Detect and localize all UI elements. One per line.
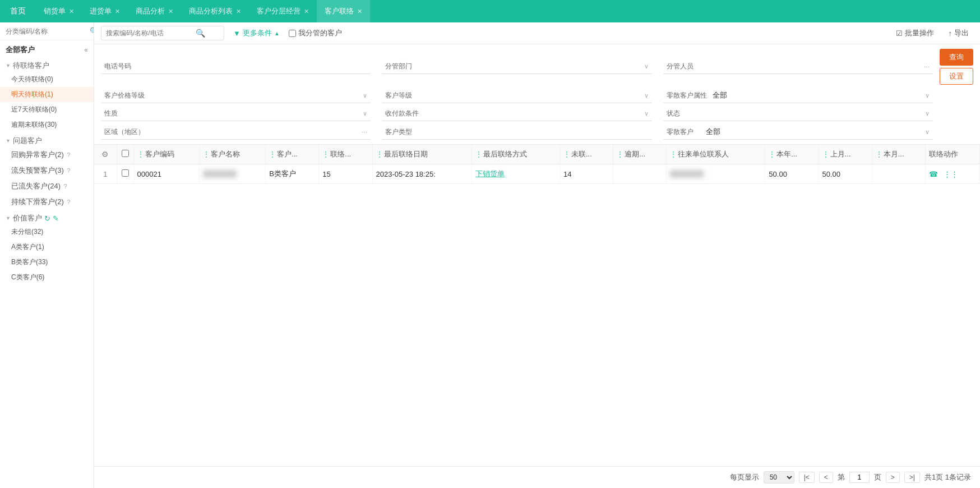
action-phone-icon[interactable]: ☎ (929, 170, 938, 178)
my-customers-checkbox[interactable] (289, 30, 296, 37)
action-more-icon[interactable]: ⋮⋮ (944, 170, 958, 178)
dropdown-arrow-icon[interactable]: ∨ (363, 92, 367, 99)
filter-price-level[interactable]: 客户价格等级 ∨ (101, 89, 371, 103)
sidebar-item-churned[interactable]: 已流失客户(24) ? (0, 178, 94, 194)
dropdown-arrow-icon[interactable]: ∨ (925, 110, 930, 117)
customer-table: ⚙ 客户编码 客户名称 客户... 联络... 最后联络日期 最后联络方式 未联… (94, 145, 980, 184)
dropdown-arrow-icon[interactable]: ∨ (644, 110, 649, 117)
ellipsis-icon[interactable]: ··· (362, 128, 367, 136)
close-tab-icon[interactable]: ✕ (357, 8, 362, 15)
sidebar-search-icon[interactable]: 🔍 (90, 27, 94, 35)
tab-customer-tier[interactable]: 客户分层经营 ✕ (249, 0, 317, 22)
arrow-icon: ▲ (274, 30, 280, 36)
page-input[interactable] (849, 472, 870, 483)
row-type: B类客户 (266, 164, 319, 184)
sidebar-search-input[interactable] (6, 27, 90, 35)
close-tab-icon[interactable]: ✕ (304, 8, 309, 15)
sidebar-item-overdue[interactable]: 逾期未联络(30) (0, 117, 94, 132)
page-size-select[interactable]: 50 100 (764, 471, 794, 484)
refresh-icon[interactable]: ↻ (44, 214, 50, 223)
next-page-button[interactable]: > (886, 472, 900, 483)
hint-icon: ? (67, 167, 70, 174)
query-button[interactable]: 查询 (940, 49, 973, 66)
col-name: 客户名称 (200, 145, 266, 164)
sidebar-group-pending[interactable]: 待联络客户 (0, 57, 94, 72)
sidebar-item-today[interactable]: 今天待联络(0) (0, 72, 94, 87)
tab-purchase-order[interactable]: 进货单 ✕ (82, 0, 128, 22)
filter-scatter-attr[interactable]: 零散客户属性 全部 ∨ (663, 88, 933, 103)
sidebar-item-churn-warning[interactable]: 流失预警客户(3) ? (0, 163, 94, 178)
close-tab-icon[interactable]: ✕ (236, 8, 241, 15)
row-name (200, 164, 266, 184)
main-layout: 🔍 全部客户 « 待联络客户 今天待联络(0) 明天待联络(1) 近7天待联络(… (0, 22, 980, 488)
filter-row-4: 区域（地区） ··· 客户类型 零散客户 全部 ∨ (101, 125, 973, 140)
settings-button[interactable]: 设置 (940, 68, 973, 85)
search-input[interactable] (106, 29, 196, 37)
search-button[interactable]: 🔍 (196, 29, 205, 38)
hint-icon: ? (63, 183, 67, 190)
top-nav: 首页 销货单 ✕ 进货单 ✕ 商品分析 ✕ 商品分析列表 ✕ 客户分层经营 ✕ … (0, 0, 980, 22)
row-checkbox[interactable] (117, 164, 133, 184)
filter-nature[interactable]: 性质 ∨ (101, 107, 371, 121)
filter-dept[interactable]: 分管部门 ∨ (382, 59, 651, 74)
collapse-icon[interactable]: « (84, 46, 88, 54)
select-all-checkbox[interactable] (122, 150, 129, 157)
filter-phone: 电话号码 (101, 59, 371, 74)
col-checkbox[interactable] (117, 145, 133, 164)
ellipsis-icon[interactable]: ··· (924, 63, 930, 71)
tab-sales-order[interactable]: 销货单 ✕ (36, 0, 82, 22)
last-page-button[interactable]: >| (904, 472, 920, 483)
row-select-checkbox[interactable] (122, 169, 129, 177)
export-button[interactable]: ↑ 导出 (944, 26, 974, 40)
table-footer: 每页显示 50 100 |< < 第 页 > >| 共1页 1条记录 (94, 466, 980, 488)
col-settings[interactable]: ⚙ (94, 145, 117, 164)
col-last-method: 最后联络方式 (472, 145, 560, 164)
sidebar-item-7days[interactable]: 近7天待联络(0) (0, 102, 94, 117)
sidebar-item-unclassified[interactable]: 未分组(32) (0, 224, 94, 240)
row-action[interactable]: ☎ ⋮⋮ (925, 164, 979, 184)
col-contact-count: 联络... (319, 145, 372, 164)
col-this-year: 本年... (765, 145, 819, 164)
tab-product-analysis-list[interactable]: 商品分析列表 ✕ (181, 0, 249, 22)
sidebar-group-value[interactable]: 价值客户 ↻ ✎ (0, 210, 94, 224)
row-last-date: 2023-05-23 18:25: (372, 164, 472, 184)
sidebar-item-repurchase[interactable]: 回购异常客户(2) ? (0, 147, 94, 163)
row-index: 1 (94, 164, 117, 184)
batch-operation-button[interactable]: ☑ 批量操作 (891, 26, 939, 40)
tab-customer-contact[interactable]: 客户联络 ✕ (317, 0, 370, 22)
edit-icon[interactable]: ✎ (53, 214, 59, 223)
first-page-button[interactable]: |< (799, 472, 815, 483)
filter-customer-level[interactable]: 客户等级 ∨ (382, 89, 651, 103)
hint-icon: ? (67, 199, 70, 205)
sidebar-item-tomorrow[interactable]: 明天待联络(1) (0, 87, 94, 102)
dropdown-arrow-icon[interactable]: ∨ (925, 92, 930, 99)
sidebar-item-c-class[interactable]: C类客户(6) (0, 270, 94, 285)
close-tab-icon[interactable]: ✕ (69, 8, 74, 15)
filter-status[interactable]: 状态 ∨ (663, 107, 933, 121)
row-code: 000021 (133, 164, 200, 184)
sidebar-item-a-class[interactable]: A类客户(1) (0, 240, 94, 255)
prev-page-button[interactable]: < (819, 472, 833, 483)
dropdown-arrow-icon[interactable]: ∨ (644, 92, 649, 99)
settings-icon[interactable]: ⚙ (101, 150, 109, 159)
dropdown-arrow-icon[interactable]: ∨ (644, 63, 649, 70)
dropdown-arrow-icon[interactable]: ∨ (925, 128, 930, 136)
close-tab-icon[interactable]: ✕ (115, 8, 120, 15)
filter-button[interactable]: ▼ 更多条件 ▲ (229, 26, 284, 40)
sidebar-item-b-class[interactable]: B类客户(33) (0, 255, 94, 270)
sidebar-item-declining[interactable]: 持续下滑客户(2) ? (0, 194, 94, 210)
filter-panel: 电话号码 分管部门 ∨ 分管人员 ··· 查询 设置 (94, 44, 980, 145)
dropdown-arrow-icon[interactable]: ∨ (363, 110, 367, 117)
sidebar-group-problem[interactable]: 问题客户 (0, 132, 94, 147)
tab-product-analysis[interactable]: 商品分析 ✕ (128, 0, 181, 22)
row-last-method[interactable]: 下销货单 (472, 164, 560, 184)
filter-scatter-customer[interactable]: 零散客户 全部 ∨ (663, 125, 933, 140)
my-customers-checkbox-label[interactable]: 我分管的客户 (289, 28, 342, 38)
close-tab-icon[interactable]: ✕ (168, 8, 173, 15)
checkbox-icon: ☑ (896, 29, 903, 38)
all-customers-header[interactable]: 全部客户 « (0, 40, 94, 57)
home-button[interactable]: 首页 (0, 0, 36, 22)
filter-payment-terms[interactable]: 收付款条件 ∨ (382, 107, 651, 121)
row-unlinked: 14 (560, 164, 613, 184)
filter-row-2: 客户价格等级 ∨ 客户等级 ∨ 零散客户属性 全部 ∨ (101, 88, 973, 103)
